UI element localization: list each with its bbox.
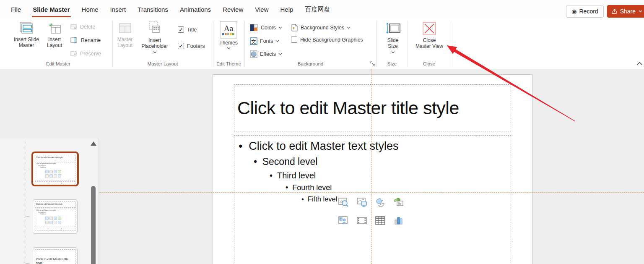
checkbox-icon	[178, 43, 184, 49]
group-separator	[451, 21, 451, 67]
background-styles-button[interactable]: Background Styles	[291, 23, 351, 32]
background-styles-label: Background Styles	[301, 25, 344, 31]
footers-checkbox[interactable]: Footers	[178, 43, 205, 49]
tab-review[interactable]: Review	[217, 0, 249, 19]
thumb-content-icons	[45, 170, 61, 178]
insert-placeholder-label: Insert Placeholder	[141, 37, 168, 55]
thumb-body-text: Third level	[40, 167, 74, 168]
hide-background-graphics-checkbox[interactable]: Hide Background Graphics	[291, 37, 363, 43]
slide-size-text: Slide Size	[387, 37, 399, 49]
horizontal-guide[interactable]	[99, 192, 644, 193]
fonts-button[interactable]: 文 Fonts	[250, 37, 279, 46]
chevron-down-icon	[391, 51, 395, 54]
table-icon[interactable]	[375, 215, 386, 226]
chevron-down-icon	[278, 53, 282, 55]
rename-button[interactable]: Rename	[70, 36, 101, 45]
svg-text:文: 文	[251, 39, 256, 44]
size-group-label: Size	[377, 61, 408, 68]
effects-label: Effects	[260, 51, 276, 57]
menu-tab-bar: File Slide Master Home Insert Transition…	[5, 0, 336, 19]
thumb-footer-placeholders	[35, 181, 75, 184]
themes-icon: Aa	[220, 21, 237, 39]
themes-button[interactable]: Aa Themes	[216, 21, 242, 50]
insert-layout-button[interactable]: Insert Layout	[43, 21, 66, 48]
footers-checkbox-label: Footers	[187, 43, 205, 49]
slide-thumbnail-2[interactable]: Click to edit Master title style Click t…	[33, 199, 78, 234]
thumb-footer-placeholders	[35, 228, 75, 231]
delete-icon	[70, 24, 78, 30]
close-master-view-label: Close Master View	[415, 37, 443, 49]
editing-canvas: Click to edit Master title style Click t…	[0, 69, 644, 264]
tab-help[interactable]: Help	[275, 0, 299, 19]
rename-label: Rename	[81, 37, 101, 43]
delete-label: Delete	[80, 24, 95, 30]
title-checkbox[interactable]: Title	[178, 26, 197, 33]
edit-master-group-label: Edit Master	[4, 61, 112, 68]
smartart-icon[interactable]	[393, 197, 404, 208]
preserve-label: Preserve	[80, 51, 101, 57]
group-separator	[112, 21, 113, 67]
delete-button[interactable]: Delete	[70, 22, 95, 31]
effects-button[interactable]: Effects	[250, 50, 282, 59]
insert-placeholder-text: Insert Placeholder	[141, 37, 168, 49]
group-separator	[408, 21, 408, 67]
scrollbar-thumb[interactable]	[91, 186, 96, 264]
insert-placeholder-button[interactable]: Insert Placeholder	[137, 21, 173, 55]
insert-slide-master-button[interactable]: Insert Slide Master	[11, 21, 42, 48]
ribbon: Insert Slide Master Insert Layout Delete…	[0, 19, 644, 69]
colors-button[interactable]: Colors	[250, 23, 282, 32]
insert-icons-icon[interactable]	[375, 197, 386, 208]
layout-hierarchy-line	[24, 140, 24, 264]
slide-thumbnail-3[interactable]: Click to edit Master title style Click t…	[33, 247, 78, 264]
fonts-icon: 文	[250, 37, 257, 45]
share-button[interactable]: Share	[607, 5, 644, 18]
tab-view[interactable]: View	[249, 0, 274, 19]
vertical-guide[interactable]	[371, 69, 372, 264]
chart-icon[interactable]	[393, 215, 404, 226]
text-level-4: Fourth level	[286, 183, 506, 192]
tab-home[interactable]: Home	[76, 0, 104, 19]
tab-transitions[interactable]: Transitions	[132, 0, 174, 19]
chevron-down-icon	[278, 26, 282, 29]
preserve-button[interactable]: Preserve	[70, 49, 101, 58]
scrollbar-up-arrow[interactable]	[91, 141, 96, 146]
pictures-icon[interactable]	[356, 197, 367, 208]
stock-images-icon[interactable]	[338, 197, 349, 208]
tab-file[interactable]: File	[5, 0, 27, 19]
slide-size-button[interactable]: Slide Size	[380, 21, 406, 55]
record-button[interactable]: ◉ Record	[566, 5, 603, 18]
tab-insert[interactable]: Insert	[104, 0, 132, 19]
hide-background-graphics-label: Hide Background Graphics	[300, 37, 363, 43]
slide-size-label: Slide Size	[387, 37, 399, 55]
top-actions: ◉ Record Share	[566, 5, 644, 18]
effects-icon	[250, 50, 257, 58]
close-master-view-button[interactable]: Close Master View	[413, 21, 446, 49]
video-icon[interactable]	[356, 215, 367, 226]
checkbox-icon	[291, 37, 297, 43]
edit-theme-group-label: Edit Theme	[213, 61, 244, 68]
thumb-content-icons	[45, 217, 61, 224]
group-separator	[377, 21, 377, 67]
slide-thumbnail-1[interactable]: Click to edit Master title style Click t…	[31, 152, 79, 186]
master-layout-icon	[117, 21, 132, 35]
share-icon	[611, 8, 617, 14]
tab-slide-master[interactable]: Slide Master	[27, 0, 75, 19]
cameo-icon[interactable]: P	[338, 215, 349, 226]
title-bar: File Slide Master Home Insert Transition…	[0, 0, 644, 19]
master-layout-group-label: Master Layout	[112, 61, 213, 68]
chevron-down-icon	[347, 26, 351, 29]
master-body-placeholder[interactable]: Click to edit Master text styles Second …	[234, 135, 511, 264]
svg-text:Aa: Aa	[224, 24, 234, 33]
master-layout-button[interactable]: Master Layout	[115, 21, 135, 48]
master-title-placeholder[interactable]: Click to edit Master title style	[234, 84, 511, 131]
background-group-label: Background	[244, 61, 377, 68]
fonts-label: Fonts	[260, 38, 273, 44]
chevron-down-icon	[153, 51, 157, 54]
thumb-body-text: Third level	[40, 213, 74, 215]
insert-placeholder-icon	[146, 21, 163, 36]
tab-animations[interactable]: Animations	[174, 0, 217, 19]
chevron-up-icon	[637, 62, 642, 65]
master-title-text: Click to edit Master title style	[234, 98, 459, 118]
tab-baidu-netdisk[interactable]: 百度网盘	[299, 0, 336, 19]
collapse-ribbon-button[interactable]	[635, 60, 644, 67]
